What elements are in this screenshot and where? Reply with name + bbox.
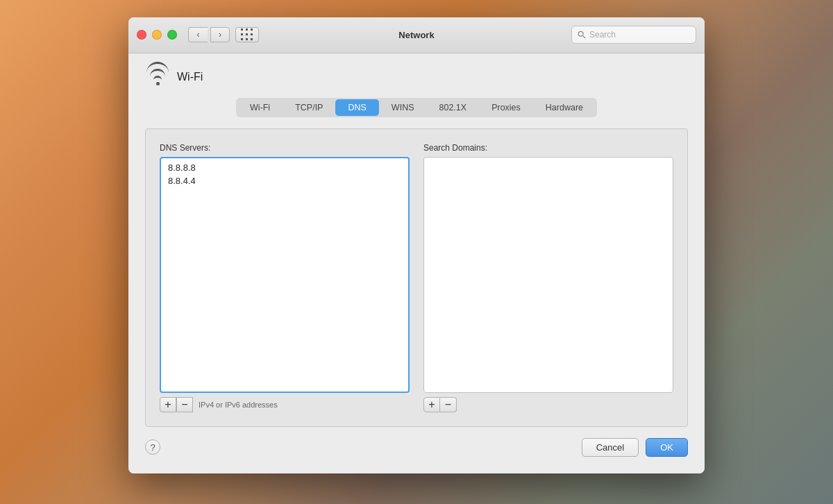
dns-servers-list[interactable]: 8.8.8.8 8.8.4.4 (160, 157, 410, 393)
dns-add-button[interactable]: + (160, 397, 176, 412)
traffic-lights (137, 30, 177, 40)
grid-view-button[interactable] (235, 27, 259, 42)
tab-8021x[interactable]: 802.1X (427, 99, 480, 116)
search-domain-remove-button[interactable]: − (440, 397, 457, 412)
dns-hint: IPv4 or IPv6 addresses (199, 401, 278, 409)
minimize-button[interactable] (152, 30, 162, 40)
dns-remove-button[interactable]: − (176, 397, 193, 412)
tab-hardware[interactable]: Hardware (533, 99, 596, 116)
search-icon (578, 31, 586, 39)
tab-wins[interactable]: WINS (379, 99, 427, 116)
svg-line-1 (583, 36, 585, 38)
tab-dns[interactable]: DNS (335, 99, 378, 116)
wifi-icon (145, 67, 170, 87)
search-box[interactable] (571, 26, 696, 44)
cancel-button[interactable]: Cancel (582, 438, 639, 457)
search-domains-controls: + − (423, 397, 673, 412)
grid-icon (241, 28, 254, 42)
list-item: 8.8.4.4 (164, 174, 405, 187)
search-domains-list[interactable] (423, 157, 673, 393)
list-item: 8.8.8.8 (164, 161, 405, 174)
tab-proxies[interactable]: Proxies (479, 99, 533, 116)
action-buttons: Cancel OK (582, 438, 688, 457)
help-button[interactable]: ? (145, 439, 160, 455)
window-content: Wi-Fi Wi-Fi TCP/IP DNS WINS 802.1X Proxi… (128, 53, 705, 473)
tab-tcpip[interactable]: TCP/IP (283, 99, 335, 116)
ok-button[interactable]: OK (646, 438, 688, 457)
forward-button[interactable]: › (210, 27, 230, 42)
search-input[interactable] (589, 30, 690, 40)
tabs-bar: Wi-Fi TCP/IP DNS WINS 802.1X Proxies Har… (236, 98, 597, 117)
search-domains-label: Search Domains: (423, 143, 673, 153)
header-section: Wi-Fi (145, 67, 688, 87)
maximize-button[interactable] (167, 30, 177, 40)
network-window: ‹ › Network (128, 17, 705, 473)
bottom-bar: ? Cancel OK (145, 427, 688, 457)
nav-buttons: ‹ › (188, 27, 230, 42)
main-content: DNS Servers: 8.8.8.8 8.8.4.4 + − IPv4 or… (145, 128, 688, 427)
wifi-label: Wi-Fi (177, 71, 203, 83)
search-domain-add-button[interactable]: + (423, 397, 440, 412)
search-domains-panel: Search Domains: + − (423, 143, 673, 412)
svg-point-0 (578, 31, 583, 36)
search-domain-buttons: + − (423, 397, 457, 412)
back-button[interactable]: ‹ (188, 27, 208, 42)
titlebar: ‹ › Network (128, 17, 705, 53)
window-title: Network (398, 30, 434, 40)
dns-servers-panel: DNS Servers: 8.8.8.8 8.8.4.4 + − IPv4 or… (160, 143, 410, 412)
tab-wifi[interactable]: Wi-Fi (237, 99, 283, 116)
dns-servers-label: DNS Servers: (160, 143, 410, 153)
dns-servers-controls: + − IPv4 or IPv6 addresses (160, 397, 410, 412)
close-button[interactable] (137, 30, 146, 40)
